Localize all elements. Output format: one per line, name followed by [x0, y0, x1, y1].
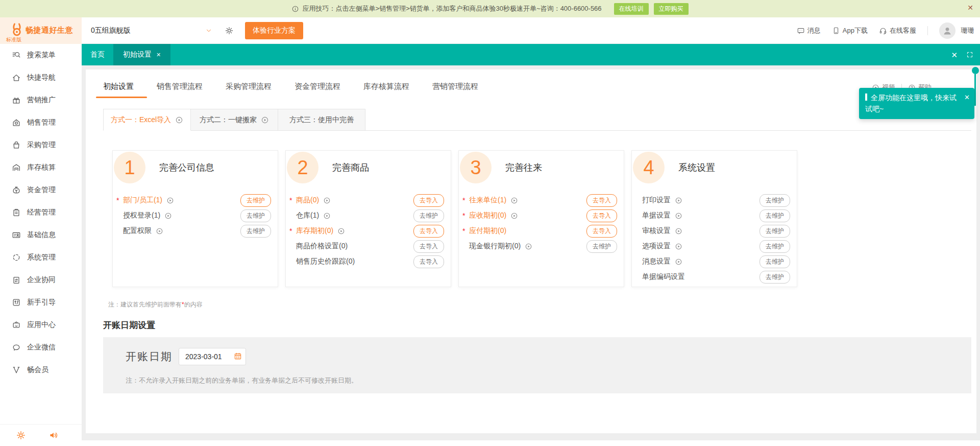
fullscreen-tooltip: 全屏功能在这里哦，快来试试吧~ ✕ [859, 88, 974, 119]
action-button[interactable]: 去维护 [760, 271, 790, 284]
action-button[interactable]: 去维护 [760, 255, 790, 268]
card-header: 2完善商品 [287, 152, 369, 183]
content-tab-2[interactable]: 销售管理流程 [157, 82, 203, 98]
home-icon [12, 73, 21, 82]
notice-close-icon[interactable]: ✕ [967, 4, 973, 11]
window-tab-init-setup[interactable]: 初始设置✕ [113, 44, 170, 65]
play-circle-icon[interactable] [510, 197, 518, 204]
action-button[interactable]: 去维护 [760, 209, 790, 222]
sidebar-item-app-center[interactable]: 应用中心 [0, 314, 82, 336]
avatar[interactable] [939, 22, 955, 39]
username[interactable]: 珊珊 [961, 26, 974, 35]
calendar-icon[interactable] [234, 352, 242, 360]
step-number: 4 [633, 152, 665, 183]
close-all-tabs-icon[interactable]: ✕ [951, 51, 958, 59]
action-button[interactable]: 去导入 [586, 194, 617, 207]
sidebar-item-marketing[interactable]: 营销推广 [0, 89, 82, 111]
play-circle-icon[interactable] [675, 258, 682, 266]
action-button[interactable]: 去维护 [413, 209, 444, 222]
setup-item-label: 销售历史价跟踪(0) [296, 257, 355, 266]
content-tab-1[interactable]: 初始设置 [103, 82, 134, 98]
header-divider [927, 26, 928, 35]
action-button[interactable]: 去导入 [586, 225, 617, 238]
required-star: * [462, 212, 469, 220]
fullscreen-icon[interactable] [966, 51, 973, 58]
sidebar-item-search[interactable]: 搜索菜单 [0, 44, 82, 66]
setup-card-4: 4系统设置打印设置去维护单据设置去维护审核设置去维护选项设置去维护消息设置去维护… [631, 150, 797, 287]
action-button[interactable]: 去维护 [760, 240, 790, 253]
opening-date-panel: 开账日期 注：不允许录入开账日期之前的业务单据，有业务单据之后不可修改开账日期。 [103, 337, 971, 393]
action-button[interactable]: 去导入 [413, 194, 444, 207]
tooltip-close-icon[interactable]: ✕ [964, 92, 970, 103]
online-support-button[interactable]: 在线客服 [879, 26, 916, 35]
action-button[interactable]: 去导入 [413, 255, 444, 268]
method-tab-label: 方式三：使用中完善 [289, 115, 354, 125]
settings-gear-icon[interactable] [16, 430, 26, 440]
content-tab-6[interactable]: 营销管理流程 [432, 82, 478, 98]
sidebar-item-purchase[interactable]: 采购管理 [0, 134, 82, 156]
play-circle-icon[interactable] [323, 197, 331, 204]
close-tab-icon[interactable]: ✕ [156, 52, 161, 58]
scrollbar-track-line[interactable] [974, 74, 976, 106]
play-circle-icon[interactable] [261, 116, 269, 124]
play-circle-icon[interactable] [525, 243, 532, 250]
header: 0五组旗舰版 体验行业方案 消息 App下载 在线客服 珊珊 [82, 17, 980, 44]
sidebar-item-collaboration[interactable]: 企业协同 [0, 269, 82, 291]
method-tab-1[interactable]: 方式一：Excel导入 [103, 109, 191, 131]
play-circle-icon[interactable] [337, 227, 345, 235]
play-circle-icon[interactable] [323, 212, 331, 220]
sidebar-item-quick-nav[interactable]: 快捷导航 [0, 66, 82, 89]
action-button[interactable]: 去维护 [586, 240, 617, 253]
method-tab-2[interactable]: 方式二：一键搬家 [190, 109, 278, 131]
action-button[interactable]: 去维护 [760, 225, 790, 238]
action-button[interactable]: 去维护 [240, 225, 271, 238]
header-settings-button[interactable] [225, 26, 234, 35]
sidebar-item-wecom[interactable]: 企业微信 [0, 336, 82, 359]
opening-date-note: 注：不允许录入开账日期之前的业务单据，有业务单据之后不可修改开账日期。 [126, 376, 358, 385]
card-header: 1完善公司信息 [114, 152, 214, 183]
method-tab-3[interactable]: 方式三：使用中完善 [278, 109, 365, 131]
play-circle-icon[interactable] [675, 243, 682, 250]
sidebar-item-inventory[interactable]: 库存核算 [0, 156, 82, 179]
action-button[interactable]: 去维护 [240, 209, 271, 222]
content-tab-5[interactable]: 库存核算流程 [363, 82, 409, 98]
play-circle-icon[interactable] [175, 116, 183, 124]
action-button[interactable]: 去维护 [760, 194, 790, 207]
notice-button-2[interactable]: 立即购买 [654, 3, 689, 15]
play-circle-icon[interactable] [166, 197, 174, 204]
try-industry-plan-button[interactable]: 体验行业方案 [245, 22, 303, 39]
play-circle-icon[interactable] [675, 227, 682, 235]
scrollbar-thumb-dot[interactable] [972, 67, 979, 74]
step-number: 1 [114, 152, 145, 183]
sidebar-item-base-info[interactable]: 基础信息 [0, 224, 82, 246]
brand-edition-badge: 标准版 [6, 36, 21, 43]
sidebar-item-sales[interactable]: 销售管理 [0, 111, 82, 134]
action-button[interactable]: 去导入 [586, 209, 617, 222]
play-circle-icon[interactable] [164, 212, 172, 220]
action-button[interactable]: 去维护 [240, 194, 271, 207]
action-button[interactable]: 去导入 [413, 240, 444, 253]
sidebar-item-label: 企业协同 [27, 275, 56, 285]
messages-label: 消息 [807, 26, 821, 35]
sidebar-item-funds[interactable]: 资金管理 [0, 179, 82, 201]
account-select[interactable]: 0五组旗舰版 [91, 26, 212, 35]
play-circle-icon[interactable] [510, 212, 518, 220]
notice-button-1[interactable]: 在线培训 [614, 3, 649, 15]
phone-icon [832, 27, 840, 35]
play-circle-icon[interactable] [156, 227, 163, 235]
sidebar-item-novice-guide[interactable]: 新手引导 [0, 291, 82, 314]
action-button[interactable]: 去导入 [413, 225, 444, 238]
play-circle-icon[interactable] [675, 212, 682, 220]
play-circle-icon[interactable] [675, 197, 682, 204]
sidebar-item-member[interactable]: 畅会员 [0, 359, 82, 381]
app-download-button[interactable]: App下载 [832, 26, 868, 35]
card-title: 完善商品 [332, 161, 369, 174]
sidebar-item-system[interactable]: 系统管理 [0, 246, 82, 269]
content-tab-3[interactable]: 采购管理流程 [226, 82, 272, 98]
messages-button[interactable]: 消息 [797, 26, 821, 35]
clipboard-icon [12, 208, 21, 217]
window-tab-home[interactable]: 首页 [82, 44, 113, 65]
content-tab-4[interactable]: 资金管理流程 [295, 82, 340, 98]
speaker-icon[interactable] [48, 430, 59, 440]
sidebar-item-operation[interactable]: 经营管理 [0, 201, 82, 224]
